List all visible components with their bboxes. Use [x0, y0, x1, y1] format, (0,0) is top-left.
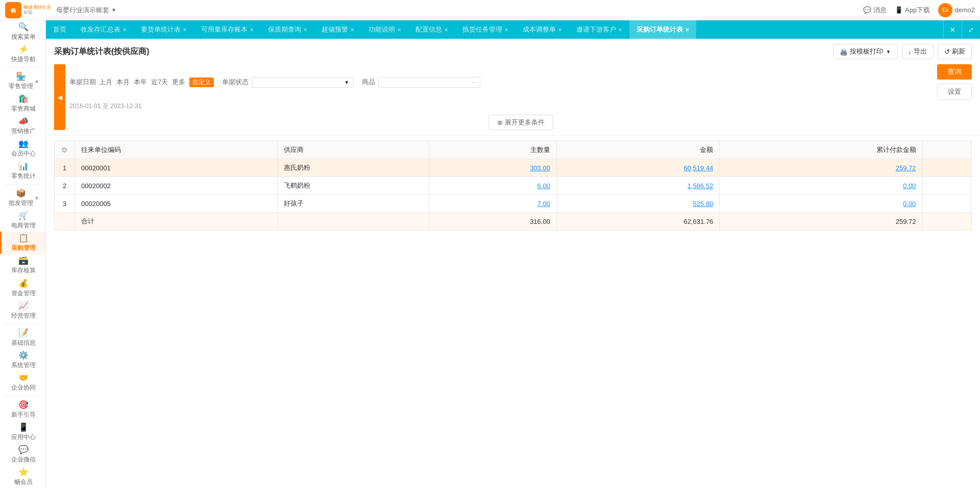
sidebar-item-quick[interactable]: ⚡ 快捷导航	[0, 43, 45, 65]
sidebar-item-enterprise[interactable]: 🤝 企业协同	[0, 371, 45, 394]
search-icon: 🔍	[18, 22, 29, 32]
sidebar-item-member[interactable]: 👥 会员中心	[0, 137, 45, 160]
sidebar-divider-1	[4, 67, 41, 68]
message-button[interactable]: 💬 消息	[863, 6, 887, 15]
nav-tab-6[interactable]: 功能说明 ✕	[361, 20, 408, 39]
print-button[interactable]: 🖨️ 按模板打印 ▼	[833, 44, 898, 59]
col-header-amount: 金额	[556, 141, 719, 159]
sidebar-item-ecommerce[interactable]: 🛒 电商管理	[0, 209, 45, 232]
col-header-extra	[922, 141, 971, 159]
sidebar-divider-2	[4, 184, 41, 185]
this-month-link[interactable]: 本月	[116, 78, 130, 87]
status-filter-item: 单据状态 ▼	[222, 77, 354, 88]
tab-close-7[interactable]: ✕	[444, 27, 448, 33]
sidebar-item-retail-stats[interactable]: 📊 零售统计	[0, 160, 45, 182]
sidebar-item-purchase[interactable]: 📋 采购管理	[0, 232, 45, 254]
filter-collapse-button[interactable]: ◀	[54, 64, 65, 130]
gear-icon[interactable]: ⚙	[61, 146, 68, 154]
logo-icon: 畅	[5, 2, 21, 18]
tab-close-9[interactable]: ✕	[558, 27, 562, 33]
row-amount-1[interactable]: 60,519.44	[556, 159, 719, 177]
row-qty-3[interactable]: 7.00	[429, 195, 557, 213]
sidebar-item-marketing[interactable]: 📣 营销推广	[0, 115, 45, 137]
query-button[interactable]: 查询	[937, 64, 972, 80]
setting-button[interactable]: 设置	[937, 84, 972, 100]
sidebar-item-vip[interactable]: ⭐ 畅会员	[0, 466, 45, 488]
sidebar-divider-3	[4, 324, 41, 324]
tab-close-11[interactable]: ✕	[685, 27, 689, 33]
row-qty-2[interactable]: 6.00	[429, 177, 557, 195]
workspace-arrow-icon: ▼	[111, 7, 116, 13]
row-qty-1[interactable]: 303.00	[429, 159, 557, 177]
last-month-link[interactable]: 上月	[99, 78, 112, 87]
tab-close-10[interactable]: ✕	[618, 27, 622, 33]
refresh-button[interactable]: ↺ 刷新	[938, 44, 972, 59]
sidebar-item-retail[interactable]: 🏪 零售管理 ▲	[0, 70, 45, 92]
this-year-link[interactable]: 本年	[134, 78, 147, 87]
row-paid-1[interactable]: 259.72	[720, 159, 922, 177]
sidebar-item-basic[interactable]: 📝 基础信息	[0, 326, 45, 348]
row-num-2: 2	[55, 177, 75, 195]
user-avatar-button[interactable]: Ea demo2	[938, 3, 975, 17]
col-header-supplier: 供应商	[278, 141, 429, 159]
tab-close-3[interactable]: ✕	[250, 27, 254, 33]
sidebar-item-system[interactable]: ⚙️ 系统管理	[0, 349, 45, 371]
status-select[interactable]: ▼	[252, 77, 354, 88]
member-icon: 👥	[18, 139, 29, 148]
table-section: ⚙ 往来单位编码 供应商 主数量 金额 累计付款金额	[46, 141, 980, 239]
data-table: ⚙ 往来单位编码 供应商 主数量 金额 累计付款金额	[54, 141, 972, 230]
page-container: 采购订单统计表(按供应商) 🖨️ 按模板打印 ▼ ↓ 导出	[46, 39, 980, 488]
nav-tab-5[interactable]: 超储预警 ✕	[314, 20, 361, 39]
wechat-icon: 💬	[18, 445, 29, 454]
content-area: 首页 收发存汇总表 ✕ 要货单统计表 ✕ 可用量库存账本 ✕ 保质期查询 ✕	[46, 20, 980, 488]
sidebar-item-inventory[interactable]: 🗃️ 库存核算	[0, 254, 45, 276]
custom-badge[interactable]: 自定义	[189, 78, 214, 87]
last7-link[interactable]: 近7天	[151, 78, 168, 87]
nav-tab-1[interactable]: 收发存汇总表 ✕	[74, 20, 134, 39]
workspace-selector[interactable]: 母婴行业演示账套 ▼	[56, 6, 863, 15]
inventory-icon: 🗃️	[18, 255, 29, 265]
sidebar-item-search[interactable]: 🔍 搜索菜单	[0, 20, 45, 43]
tab-close-5[interactable]: ✕	[350, 27, 354, 33]
nav-tab-11[interactable]: 采购订单统计表 ✕	[629, 20, 696, 39]
sidebar-item-newguide[interactable]: 🎯 新手引导	[0, 398, 45, 421]
more-link[interactable]: 更多	[172, 78, 185, 87]
sidebar-item-wholesale[interactable]: 📦 批发管理 ▼	[0, 187, 45, 209]
row-supplier-3: 好孩子	[278, 195, 429, 213]
row-amount-2[interactable]: 1,586.52	[556, 177, 719, 195]
goods-input[interactable]: ···	[378, 77, 480, 88]
nav-tab-10[interactable]: 邀请下游客户 ✕	[569, 20, 629, 39]
row-amount-3[interactable]: 525.80	[556, 195, 719, 213]
tab-expand-button[interactable]: ⤢	[962, 20, 980, 39]
sidebar-item-operation[interactable]: 📈 经营管理	[0, 299, 45, 322]
nav-tab-8[interactable]: 拣货任务管理 ✕	[455, 20, 516, 39]
export-button[interactable]: ↓ 导出	[902, 44, 934, 59]
row-paid-2[interactable]: 0.00	[720, 177, 922, 195]
sidebar-item-finance[interactable]: 💰 资金管理	[0, 277, 45, 299]
tab-close-8[interactable]: ✕	[504, 27, 508, 33]
nav-tab-4[interactable]: 保质期查询 ✕	[261, 20, 314, 39]
avatar: Ea	[938, 3, 952, 17]
nav-tab-2[interactable]: 要货单统计表 ✕	[134, 20, 194, 39]
tab-close-2[interactable]: ✕	[183, 27, 187, 33]
sidebar-item-appcenter[interactable]: 📱 应用中心	[0, 421, 45, 443]
row-extra-2	[922, 177, 971, 195]
export-icon: ↓	[909, 48, 912, 56]
tab-close-all-button[interactable]: ✕	[943, 20, 962, 39]
tab-close-4[interactable]: ✕	[303, 27, 307, 33]
sidebar-item-retail-shop[interactable]: 🛍️ 零售商城	[0, 92, 45, 115]
nav-tab-3[interactable]: 可用量库存账本 ✕	[194, 20, 261, 39]
nav-tab-7[interactable]: 配置信息 ✕	[408, 20, 455, 39]
date-filter-item: 单据日期 上月 本月 本年 近7天 更多 自定义	[69, 78, 214, 87]
sidebar-item-wechat[interactable]: 💬 企业微信	[0, 443, 45, 466]
shop-icon: 🛍️	[18, 94, 29, 104]
tab-close-1[interactable]: ✕	[122, 27, 127, 33]
row-paid-3[interactable]: 0.00	[720, 195, 922, 213]
expand-more-button[interactable]: ⊕ 展开更多条件	[488, 115, 553, 130]
app-download-button[interactable]: 📱 App下载	[895, 6, 930, 15]
nav-tab-home[interactable]: 首页	[46, 20, 74, 39]
nav-tab-9[interactable]: 成本调整单 ✕	[516, 20, 569, 39]
status-select-icon: ▼	[344, 80, 349, 85]
tab-close-6[interactable]: ✕	[397, 27, 401, 33]
refresh-icon: ↺	[944, 48, 950, 56]
